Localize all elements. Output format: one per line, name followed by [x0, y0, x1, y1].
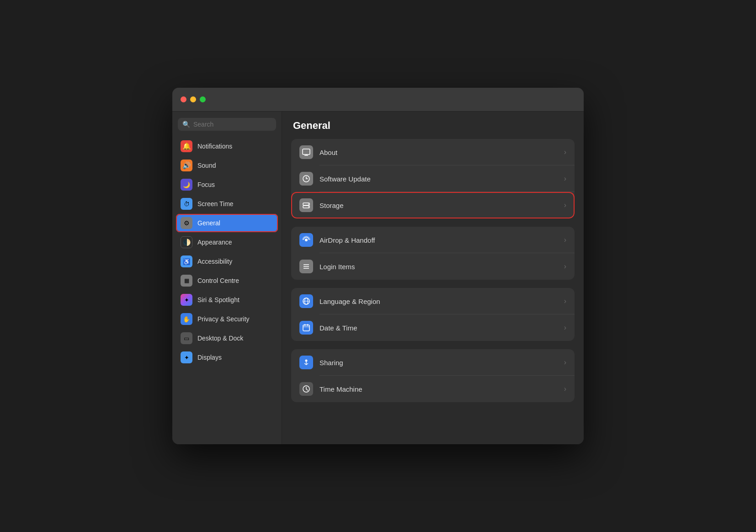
software-update-icon — [299, 172, 313, 186]
sidebar-item-general[interactable]: ⚙ General — [176, 214, 278, 232]
storage-chevron: › — [564, 201, 566, 209]
siri-icon: ✦ — [181, 294, 192, 306]
login-items-chevron: › — [564, 262, 566, 271]
panel-content: About › Software Update › — [282, 136, 584, 444]
window-content: 🔍 🔔 Notifications 🔊 Sound 🌙 Focus — [172, 112, 584, 444]
sidebar-label-privacy-security: Privacy & Security — [197, 315, 250, 323]
settings-row-login-items[interactable]: Login Items › — [291, 253, 575, 280]
date-time-icon — [299, 321, 313, 335]
sidebar-item-screen-time[interactable]: ⏱ Screen Time — [176, 195, 278, 213]
sidebar-label-focus: Focus — [197, 181, 215, 188]
settings-row-software-update[interactable]: Software Update › — [291, 165, 575, 192]
privacy-icon: ✋ — [181, 313, 192, 325]
search-input[interactable] — [193, 121, 272, 128]
sidebar-item-focus[interactable]: 🌙 Focus — [176, 176, 278, 194]
date-time-label: Date & Time — [319, 324, 564, 332]
sidebar-item-sound[interactable]: 🔊 Sound — [176, 156, 278, 175]
general-icon: ⚙ — [181, 217, 192, 229]
notifications-icon: 🔔 — [181, 140, 192, 152]
settings-group-1: About › Software Update › — [291, 139, 575, 218]
about-icon — [299, 145, 313, 159]
language-label: Language & Region — [319, 298, 564, 305]
sidebar-label-control-centre: Control Centre — [197, 277, 239, 284]
minimize-button[interactable] — [190, 96, 196, 102]
sidebar: 🔍 🔔 Notifications 🔊 Sound 🌙 Focus — [172, 112, 282, 444]
about-label: About — [319, 149, 564, 156]
software-update-chevron: › — [564, 175, 566, 183]
settings-group-2: AirDrop & Handoff › Login Items — [291, 227, 575, 280]
sidebar-label-desktop-dock: Desktop & Dock — [197, 335, 243, 342]
title-bar — [172, 88, 584, 112]
search-box[interactable]: 🔍 — [178, 118, 276, 131]
time-machine-icon — [299, 382, 313, 396]
displays-icon: ✦ — [181, 351, 192, 363]
time-machine-chevron: › — [564, 385, 566, 393]
svg-point-6 — [308, 204, 309, 205]
settings-group-4: Sharing › Time Machine › — [291, 349, 575, 402]
airdrop-chevron: › — [564, 236, 566, 244]
sidebar-item-control-centre[interactable]: ▦ Control Centre — [176, 271, 278, 290]
sidebar-label-screen-time: Screen Time — [197, 200, 234, 207]
settings-row-language[interactable]: Language & Region › — [291, 288, 575, 314]
login-items-label: Login Items — [319, 263, 564, 271]
sidebar-item-displays[interactable]: ✦ Displays — [176, 348, 278, 367]
airdrop-icon — [299, 233, 313, 247]
svg-rect-0 — [303, 149, 310, 154]
desktop-dock-icon: ▭ — [181, 332, 192, 344]
sidebar-item-appearance[interactable]: 🌓 Appearance — [176, 233, 278, 251]
about-chevron: › — [564, 148, 566, 156]
settings-window: 🔍 🔔 Notifications 🔊 Sound 🌙 Focus — [172, 88, 584, 444]
sidebar-list: 🔔 Notifications 🔊 Sound 🌙 Focus ⏱ Screen… — [172, 135, 282, 444]
airdrop-label: AirDrop & Handoff — [319, 236, 564, 244]
language-chevron: › — [564, 297, 566, 305]
software-update-label: Software Update — [319, 175, 564, 183]
svg-rect-15 — [303, 325, 309, 331]
sidebar-item-desktop-dock[interactable]: ▭ Desktop & Dock — [176, 329, 278, 347]
settings-row-about[interactable]: About › — [291, 139, 575, 165]
language-icon — [299, 294, 313, 308]
sidebar-label-displays: Displays — [197, 354, 222, 361]
close-button[interactable] — [181, 96, 186, 102]
sharing-chevron: › — [564, 358, 566, 367]
time-machine-label: Time Machine — [319, 385, 564, 393]
sharing-label: Sharing — [319, 359, 564, 367]
storage-icon — [299, 198, 313, 212]
sidebar-item-notifications[interactable]: 🔔 Notifications — [176, 137, 278, 155]
sidebar-label-notifications: Notifications — [197, 143, 232, 150]
sidebar-label-general: General — [197, 219, 220, 227]
sidebar-label-appearance: Appearance — [197, 239, 232, 246]
sound-icon: 🔊 — [181, 160, 192, 171]
login-items-icon — [299, 260, 313, 273]
sidebar-item-siri-spotlight[interactable]: ✦ Siri & Spotlight — [176, 291, 278, 309]
appearance-icon: 🌓 — [181, 236, 192, 248]
traffic-lights — [181, 96, 206, 102]
storage-label: Storage — [319, 202, 564, 209]
svg-point-7 — [308, 207, 309, 207]
settings-row-sharing[interactable]: Sharing › — [291, 349, 575, 376]
focus-icon: 🌙 — [181, 179, 192, 191]
maximize-button[interactable] — [200, 96, 206, 102]
sidebar-item-accessibility[interactable]: ♿ Accessibility — [176, 252, 278, 271]
settings-row-storage[interactable]: Storage › — [291, 192, 575, 218]
settings-row-time-machine[interactable]: Time Machine › — [291, 376, 575, 402]
svg-point-8 — [305, 239, 308, 241]
sharing-icon — [299, 356, 313, 369]
settings-row-airdrop[interactable]: AirDrop & Handoff › — [291, 227, 575, 253]
search-icon: 🔍 — [182, 121, 190, 128]
settings-group-3: Language & Region › — [291, 288, 575, 341]
control-centre-icon: ▦ — [181, 275, 192, 287]
main-panel: General About › — [282, 112, 584, 444]
screen-time-icon: ⏱ — [181, 198, 192, 210]
date-time-chevron: › — [564, 324, 566, 332]
sidebar-label-accessibility: Accessibility — [197, 258, 232, 265]
accessibility-icon: ♿ — [181, 255, 192, 267]
settings-row-date-time[interactable]: Date & Time › — [291, 314, 575, 341]
panel-title: General — [282, 112, 584, 136]
sidebar-label-sound: Sound — [197, 162, 216, 169]
sidebar-item-privacy-security[interactable]: ✋ Privacy & Security — [176, 310, 278, 328]
sidebar-label-siri-spotlight: Siri & Spotlight — [197, 296, 240, 303]
svg-point-19 — [305, 360, 308, 362]
